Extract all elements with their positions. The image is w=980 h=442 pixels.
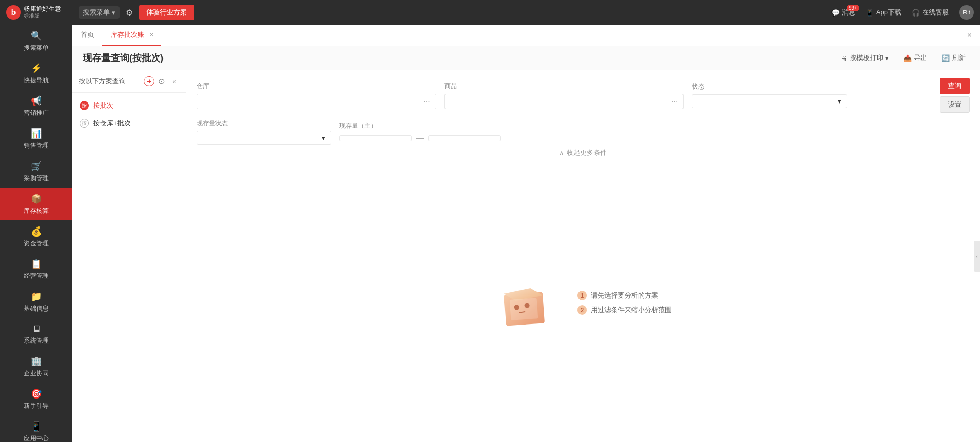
finance-icon: 💰	[31, 226, 42, 237]
inventory-status-label: 现存量状态	[197, 119, 331, 128]
goods-ellipsis[interactable]: ···	[671, 97, 678, 106]
content-area: 首页 库存批次账 × × 现存量查询(按批次) 🖨 按模板打印 ▾ 📤 导出	[72, 25, 980, 442]
export-button[interactable]: 📤 导出	[899, 51, 931, 65]
goods-input[interactable]: ···	[444, 94, 684, 109]
plan-settings-icon[interactable]: ⊙	[157, 76, 166, 87]
tab-close-icon[interactable]: ×	[150, 31, 153, 38]
app-download-icon: 📱	[866, 9, 874, 17]
empty-state: 1 请先选择要分析的方案 2 用过滤条件来缩小分析范围	[186, 163, 980, 442]
topbar-center: 搜索菜单 ▾ ⚙ 体验行业方案	[79, 5, 831, 20]
system-icon: 🖥	[32, 323, 41, 334]
sidebar-item-sales[interactable]: 📊 销售管理	[0, 123, 72, 155]
plan-item-by-warehouse-batch[interactable]: 按 按仓库+批次	[72, 114, 186, 132]
collapse-filters-button[interactable]: ∧ 收起更多条件	[197, 145, 970, 157]
plan-label: 按批次	[93, 101, 113, 110]
plan-item-by-batch[interactable]: 按 按批次	[72, 97, 186, 114]
operation-icon: 📋	[31, 258, 42, 270]
status-select[interactable]: ▾	[692, 94, 847, 108]
settings-button[interactable]: 设置	[940, 96, 970, 113]
enterprise-icon: 🏢	[31, 356, 42, 367]
sidebar-item-appstore[interactable]: 📱 应用中心	[0, 416, 72, 442]
app-edition: 标准版	[24, 12, 61, 20]
sidebar-item-inventory[interactable]: 📦 库存核算	[0, 188, 72, 220]
topbar-gear-icon[interactable]: ⚙	[124, 6, 135, 20]
svg-rect-1	[510, 298, 538, 320]
inventory-qty-max[interactable]	[428, 135, 501, 141]
status-dropdown-icon[interactable]: ▾	[838, 97, 841, 105]
warehouse-ellipsis[interactable]: ···	[423, 97, 430, 106]
purchase-icon: 🛒	[31, 160, 42, 172]
search-icon: 🔍	[31, 30, 42, 41]
plan-dot-inactive: 按	[80, 119, 89, 128]
sales-icon: 📊	[31, 128, 42, 139]
warehouse-input[interactable]: ···	[197, 94, 436, 109]
tip-num-1: 1	[577, 291, 587, 300]
sidebar-item-label: 应用中心	[24, 434, 49, 442]
collapse-filters-icon: ∧	[559, 149, 565, 157]
tip-item-1: 1 请先选择要分析的方案	[577, 291, 672, 300]
empty-illustration	[495, 272, 557, 334]
right-drawer-handle[interactable]: ‹	[974, 241, 980, 272]
tip-text-2: 用过滤条件来缩小分析范围	[591, 305, 672, 315]
filter-row-2: 现存量状态 ▾ 现存量（主） —	[197, 119, 970, 145]
inventory-qty-dash: —	[412, 134, 428, 143]
sidebar-item-label: 新手引导	[24, 402, 49, 410]
tab-home[interactable]: 首页	[72, 25, 102, 46]
print-dropdown-icon[interactable]: ▾	[885, 54, 889, 62]
sidebar-item-search[interactable]: 🔍 搜索菜单	[0, 25, 72, 57]
topbar-search-label: 搜索菜单	[83, 8, 110, 17]
inventory-qty-label: 现存量（主）	[339, 122, 501, 130]
inventory-status-field: 现存量状态 ▾	[197, 119, 331, 145]
trial-button[interactable]: 体验行业方案	[139, 5, 194, 20]
inventory-status-dropdown-icon[interactable]: ▾	[322, 134, 325, 142]
sidebar-item-enterprise[interactable]: 🏢 企业协同	[0, 350, 72, 383]
topbar-search-section[interactable]: 搜索菜单 ▾	[79, 6, 120, 19]
inventory-qty-range: —	[339, 134, 501, 143]
add-plan-icon[interactable]: +	[144, 76, 154, 86]
sidebar-item-marketing[interactable]: 📢 营销推广	[0, 90, 72, 123]
inventory-icon: 📦	[31, 193, 42, 204]
tip-num-2: 2	[577, 305, 587, 315]
query-action-group: 查询 设置	[940, 78, 970, 113]
print-button[interactable]: 🖨 按模板打印 ▾	[837, 51, 893, 65]
sidebar-item-system[interactable]: 🖥 系统管理	[0, 318, 72, 350]
sidebar-item-label: 基础信息	[24, 304, 49, 313]
sidebar: 🔍 搜索菜单 ⚡ 快捷导航 📢 营销推广 📊 销售管理 🛒 采购管理 📦 库存核…	[0, 25, 72, 442]
sidebar-item-label: 资金管理	[24, 239, 49, 248]
query-button[interactable]: 查询	[940, 78, 970, 94]
messages-button[interactable]: 💬 消息 99+	[831, 8, 855, 17]
appstore-icon: 📱	[31, 421, 42, 432]
sidebar-item-basic[interactable]: 📁 基础信息	[0, 286, 72, 318]
page-header: 现存量查询(按批次) 🖨 按模板打印 ▾ 📤 导出 🔄 刷新	[72, 46, 980, 70]
refresh-button[interactable]: 🔄 刷新	[938, 51, 970, 65]
logo-icon: b	[6, 5, 21, 20]
online-service-button[interactable]: 🎧 在线客服	[912, 8, 949, 17]
marketing-icon: 📢	[31, 95, 42, 107]
topbar-search-dropdown-icon[interactable]: ▾	[112, 9, 115, 17]
app-name: 畅康通好生意	[24, 5, 61, 12]
sidebar-item-guide[interactable]: 🎯 新手引导	[0, 383, 72, 416]
inventory-status-select[interactable]: ▾	[197, 131, 331, 145]
sidebar-item-finance[interactable]: 💰 资金管理	[0, 220, 72, 253]
quick-nav-icon: ⚡	[31, 63, 42, 74]
inventory-qty-field: 现存量（主） —	[339, 122, 501, 143]
inventory-qty-min[interactable]	[339, 135, 412, 141]
plan-list: 按 按批次 按 按仓库+批次	[72, 93, 186, 136]
filter-area: 仓库 ··· 商品 ···	[186, 70, 980, 163]
global-close-button[interactable]: ×	[959, 25, 980, 45]
plan-dot-active: 按	[80, 101, 89, 110]
user-avatar: Rit	[959, 5, 974, 20]
refresh-icon: 🔄	[942, 54, 950, 62]
tab-batch-inventory[interactable]: 库存批次账 ×	[102, 25, 161, 46]
messages-badge: 99+	[847, 5, 859, 11]
app-download-button[interactable]: 📱 App下载	[866, 8, 901, 17]
page-actions: 🖨 按模板打印 ▾ 📤 导出 🔄 刷新	[837, 51, 970, 65]
sidebar-item-label: 销售管理	[24, 141, 49, 150]
panel-collapse-icon[interactable]: «	[169, 77, 180, 85]
status-label: 状态	[692, 82, 931, 91]
sidebar-item-label: 营销推广	[24, 109, 49, 117]
sidebar-item-quick-nav[interactable]: ⚡ 快捷导航	[0, 57, 72, 90]
sidebar-item-purchase[interactable]: 🛒 采购管理	[0, 155, 72, 188]
user-profile[interactable]: Rit	[959, 5, 974, 20]
sidebar-item-operation[interactable]: 📋 经营管理	[0, 253, 72, 286]
